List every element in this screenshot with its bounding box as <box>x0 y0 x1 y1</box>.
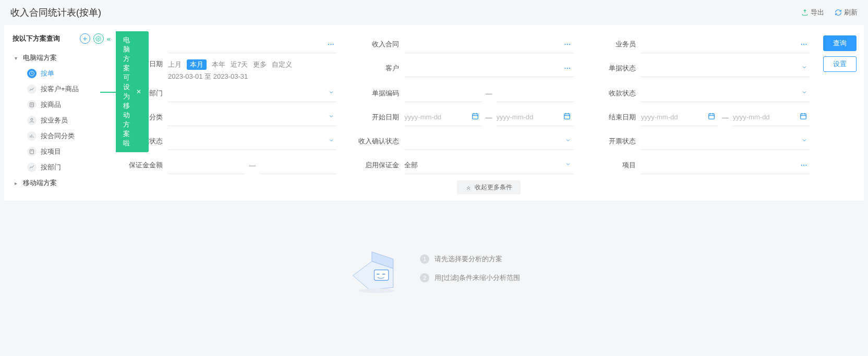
income-confirm-select[interactable] <box>404 132 573 150</box>
collapse-button[interactable]: 收起更多条件 <box>457 180 521 194</box>
empty-zone: 1 请先选择要分析的方案 2 用[过滤]条件来缩小分析范围 <box>0 201 868 326</box>
tree-group-label: 电脑端方案 <box>23 53 57 63</box>
settings-scheme-button[interactable] <box>93 33 104 44</box>
svg-point-12 <box>359 288 395 293</box>
empty-step-2: 2 用[过滤]条件来缩小分析范围 <box>420 273 520 283</box>
svg-rect-5 <box>472 114 478 119</box>
export-button[interactable]: 导出 <box>801 8 824 17</box>
sidebar-item-by-customer-product[interactable]: 按客户+商品 <box>23 81 114 97</box>
sidebar-item-label: 按单 <box>41 69 54 78</box>
filter-label: 业务员 <box>594 40 641 49</box>
date-quick-last-month[interactable]: 上月 <box>168 60 182 69</box>
blank-select[interactable]: ··· <box>168 35 336 53</box>
receive-status-select[interactable] <box>641 84 810 102</box>
filter-use-deposit: 启用保证金 全部 <box>357 153 573 177</box>
empty-steps: 1 请先选择要分析的方案 2 用[过滤]条件来缩小分析范围 <box>420 254 520 283</box>
tip-close-icon[interactable]: ✕ <box>136 88 141 95</box>
filter-label: 启用保证金 <box>357 161 404 170</box>
filter-label: 客户 <box>357 64 404 73</box>
settings-button[interactable]: 设置 <box>823 56 857 72</box>
refresh-label: 刷新 <box>844 8 858 17</box>
bill-no-from[interactable] <box>404 84 481 102</box>
filter-blank: ··· <box>121 32 336 56</box>
filter-grid: ··· 收入合同 ··· 业务员 ··· <box>121 32 810 177</box>
svg-rect-10 <box>377 274 379 275</box>
sidebar-item-by-salesman[interactable]: 按业务员 <box>23 113 114 128</box>
date-quick-last7[interactable]: 近7天 <box>231 60 248 69</box>
svg-point-3 <box>31 118 33 120</box>
range-dash: — <box>722 114 729 121</box>
filter-label: 结束日期 <box>594 113 641 122</box>
tree-group-mobile[interactable]: ▸ 移动端方案 <box>9 175 114 191</box>
sidebar-header: 按以下方案查询 + « <box>9 30 114 47</box>
calendar-icon <box>471 112 479 122</box>
caret-right-icon: ▸ <box>15 180 20 186</box>
use-deposit-value: 全部 <box>404 161 418 170</box>
start-date-from[interactable] <box>404 108 481 126</box>
contract-select[interactable]: ··· <box>404 35 573 53</box>
date-quick-this-year[interactable]: 本年 <box>212 60 225 69</box>
sidebar-item-by-category[interactable]: 按合同分类 <box>23 128 114 144</box>
filter-start-date: 开始日期 — <box>357 105 573 129</box>
project-select[interactable]: ··· <box>641 156 810 174</box>
refresh-button[interactable]: 刷新 <box>835 8 858 17</box>
date-quick-custom[interactable]: 自定义 <box>272 60 292 69</box>
filter-label: 保证金金额 <box>121 161 168 170</box>
end-date-to[interactable] <box>733 108 810 126</box>
tree-group-desktop[interactable]: ▾ 电脑端方案 <box>9 50 114 66</box>
use-deposit-select[interactable]: 全部 <box>404 156 573 174</box>
deposit-to[interactable] <box>260 156 336 174</box>
filter-label: 收入确认状态 <box>357 137 404 146</box>
step-number-icon: 1 <box>420 254 429 264</box>
bars-icon <box>27 131 37 141</box>
collapse-label: 收起更多条件 <box>475 183 512 192</box>
sidebar-item-by-order[interactable]: 按单 <box>23 66 114 81</box>
chart-icon <box>27 84 37 94</box>
complete-status-select[interactable] <box>168 132 336 150</box>
range-dash: — <box>249 162 256 169</box>
tree-list-desktop: 按单 按客户+商品 按商品 按业务员 按合同分类 按项目 <box>9 66 114 175</box>
date-quick-more[interactable]: 更多 <box>253 60 267 69</box>
caret-down-icon: ▾ <box>15 55 20 61</box>
filter-label: 开始日期 <box>357 113 404 122</box>
empty-illustration <box>348 242 405 294</box>
double-chevron-up-icon <box>465 185 472 191</box>
filter-bill-no: 单据编码 — <box>357 81 573 105</box>
add-scheme-button[interactable]: + <box>80 33 90 44</box>
sidebar-item-by-product[interactable]: 按商品 <box>23 97 114 113</box>
trend-icon <box>27 163 37 172</box>
sidebar-item-label: 按部门 <box>41 163 61 172</box>
end-date-from[interactable] <box>641 108 718 126</box>
filter-label: 单据状态 <box>594 64 641 73</box>
sidebar: 按以下方案查询 + « 电脑方案可设为移动方案啦 ✕ ▾ 电脑端方案 按单 <box>4 25 114 201</box>
filter-contract: 收入合同 ··· <box>357 32 573 56</box>
sidebar-item-by-dept[interactable]: 按部门 <box>23 159 114 175</box>
salesman-select[interactable]: ··· <box>641 35 810 53</box>
contract-cat-select[interactable] <box>168 108 336 126</box>
sidebar-item-by-project[interactable]: 按项目 <box>23 144 114 159</box>
sidebar-title: 按以下方案查询 <box>13 34 60 43</box>
user-icon <box>27 116 37 125</box>
start-date-to[interactable] <box>497 108 573 126</box>
sidebar-collapse-icon[interactable]: « <box>107 35 111 43</box>
invoice-status-select[interactable] <box>641 132 810 150</box>
deposit-range: — <box>168 156 336 174</box>
dots-icon: ··· <box>801 41 807 48</box>
side-actions: 查询 设置 <box>810 32 857 177</box>
filter-area: ··· 收入合同 ··· 业务员 ··· <box>114 25 864 201</box>
query-button[interactable]: 查询 <box>823 35 857 51</box>
filter-sign-date: 签订日期 上月 本月 本年 近7天 更多 自定义 2023-03-01 至 20… <box>121 56 336 81</box>
filter-label: 收入合同 <box>357 40 404 49</box>
filter-income-confirm: 收入确认状态 <box>357 129 573 153</box>
dots-icon: ··· <box>801 162 807 169</box>
svg-rect-4 <box>30 150 34 154</box>
dept-select[interactable] <box>168 84 336 102</box>
chevron-down-icon <box>801 64 807 72</box>
bill-no-to[interactable] <box>497 84 573 102</box>
chevron-down-icon <box>328 137 334 145</box>
deposit-from[interactable] <box>168 156 245 174</box>
customer-select[interactable]: ··· <box>404 59 573 77</box>
filter-receive-status: 收款状态 <box>594 81 810 105</box>
bill-status-select[interactable] <box>641 59 810 77</box>
date-quick-this-month[interactable]: 本月 <box>187 59 207 70</box>
